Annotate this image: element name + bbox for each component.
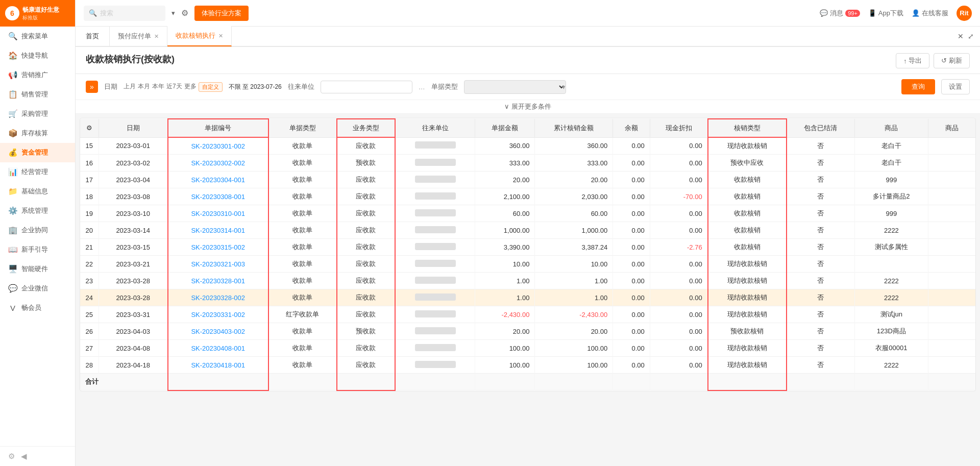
- sidebar-item-hardware[interactable]: 🖥️ 智能硬件: [0, 259, 75, 279]
- cell-date: 2023-03-15: [99, 239, 168, 256]
- cell-order-no: SK-20230408-001: [168, 340, 268, 357]
- sidebar-item-guide[interactable]: 📖 新手引导: [0, 240, 75, 259]
- collapse-icon[interactable]: ◀: [21, 452, 27, 461]
- cell-biz-type: 应收款: [337, 306, 395, 323]
- cell-amount: 10.00: [475, 256, 535, 273]
- refresh-button[interactable]: ↺ 刷新: [934, 53, 970, 68]
- order-no-link[interactable]: SK-20230408-001: [191, 345, 245, 352]
- cell-no: 19: [80, 205, 99, 222]
- date-this-month[interactable]: 本月: [138, 82, 150, 92]
- cell-amount: 333.00: [475, 155, 535, 171]
- receipts-execute-tab-close[interactable]: ✕: [218, 33, 223, 39]
- order-no-link[interactable]: SK-20230321-003: [191, 260, 245, 268]
- order-no-link[interactable]: SK-20230418-001: [191, 361, 245, 369]
- query-button[interactable]: 查询: [901, 79, 935, 94]
- sidebar-item-sales[interactable]: 📋 销售管理: [0, 85, 75, 104]
- tab-receipts-execute[interactable]: 收款核销执行 ✕: [167, 26, 232, 46]
- industry-solution-button[interactable]: 体验行业方案: [194, 6, 249, 21]
- col-header-discount: 现金折扣: [650, 119, 707, 137]
- order-no-link[interactable]: SK-20230315-002: [191, 243, 245, 251]
- date-more[interactable]: 更多: [184, 82, 197, 92]
- topbar-dropdown-arrow[interactable]: ▾: [172, 9, 175, 17]
- online-service-button[interactable]: 👤 在线客服: [912, 9, 948, 18]
- service-icon: 👤: [912, 9, 920, 17]
- export-icon: ↑: [903, 57, 907, 65]
- order-no-link[interactable]: SK-20230403-002: [191, 328, 245, 335]
- sidebar-item-search[interactable]: 🔍 搜索菜单: [0, 27, 75, 46]
- sidebar-item-quick-nav[interactable]: 🏠 快捷导航: [0, 46, 75, 65]
- order-no-link[interactable]: SK-20230304-001: [191, 176, 245, 184]
- cell-amount: 60.00: [475, 205, 535, 222]
- filter-toggle-button[interactable]: »: [86, 81, 98, 93]
- sidebar-item-basic[interactable]: 📁 基础信息: [0, 182, 75, 201]
- receipts-execute-tab-label: 收款核销执行: [176, 31, 215, 40]
- col-header-settings[interactable]: ⚙: [80, 119, 99, 137]
- sidebar-label-finance: 资金管理: [21, 148, 48, 157]
- tab-pre-payment[interactable]: 预付应付单 ✕: [110, 26, 167, 46]
- sidebar-item-system[interactable]: ⚙️ 系统管理: [0, 201, 75, 220]
- tab-home[interactable]: 首页: [76, 26, 110, 46]
- partner-filter-input[interactable]: [321, 81, 412, 93]
- cell-discount: 0.00: [650, 306, 707, 323]
- table-row: 27 2023-04-08 SK-20230408-001 收款单 应收款 10…: [80, 340, 975, 357]
- cell-date: 2023-03-28: [99, 289, 168, 306]
- cell-date: 2023-03-14: [99, 222, 168, 239]
- sidebar-item-member[interactable]: V 畅会员: [0, 298, 75, 317]
- user-avatar[interactable]: Rit: [957, 6, 972, 21]
- cell-date: 2023-03-28: [99, 273, 168, 289]
- sidebar-item-ops[interactable]: 📊 经营管理: [0, 162, 75, 182]
- sidebar-item-finance[interactable]: 💰 资金管理: [0, 143, 75, 162]
- date-last-7-days[interactable]: 近7天: [166, 82, 182, 92]
- order-no-link[interactable]: SK-20230314-001: [191, 227, 245, 234]
- order-no-link[interactable]: SK-20230331-002: [191, 311, 245, 318]
- expand-more-button[interactable]: ∨ 展开更多条件: [504, 102, 551, 111]
- message-button[interactable]: 💬 消息 99+: [820, 9, 860, 18]
- sidebar-item-marketing[interactable]: 📢 营销推广: [0, 65, 75, 85]
- cell-included: 否: [787, 306, 854, 323]
- cell-receipt-type: 收款单: [268, 340, 337, 357]
- date-prev-month[interactable]: 上月: [124, 82, 136, 92]
- order-no-link[interactable]: SK-20230328-002: [191, 294, 245, 302]
- date-this-year[interactable]: 本年: [152, 82, 164, 92]
- cell-no: 22: [80, 256, 99, 273]
- receipt-type-filter-select[interactable]: [464, 80, 566, 94]
- export-button[interactable]: ↑ 导出: [896, 53, 930, 68]
- app-download-button[interactable]: 📱 App下载: [868, 9, 903, 18]
- tab-maximize-icon[interactable]: ⤢: [968, 32, 974, 40]
- cell-goods1: 2222: [854, 222, 928, 239]
- cell-goods2: [928, 171, 975, 188]
- topbar-search-box[interactable]: 🔍 搜索: [84, 6, 165, 21]
- settings-footer-icon[interactable]: ⚙: [8, 452, 15, 461]
- sidebar-item-wechat[interactable]: 💬 企业微信: [0, 279, 75, 298]
- cell-date: 2023-03-31: [99, 306, 168, 323]
- cell-included: 否: [787, 222, 854, 239]
- cell-receipt-type: 收款单: [268, 357, 337, 374]
- message-label: 消息: [830, 9, 843, 18]
- cell-partner: [395, 306, 475, 323]
- pre-payment-tab-close[interactable]: ✕: [154, 33, 159, 40]
- cell-balance: 0.00: [613, 289, 650, 306]
- order-no-link[interactable]: SK-20230302-002: [191, 159, 245, 167]
- cell-goods2: [928, 137, 975, 155]
- cell-receipt-type: 红字收款单: [268, 306, 337, 323]
- topbar-gear[interactable]: ⚙: [181, 8, 188, 18]
- order-no-link[interactable]: SK-20230328-001: [191, 277, 245, 285]
- order-no-link[interactable]: SK-20230308-001: [191, 193, 245, 201]
- cell-receipt-type: 收款单: [268, 222, 337, 239]
- cell-goods1: 测试多属性: [854, 239, 928, 256]
- sidebar-item-corp[interactable]: 🏢 企业协同: [0, 220, 75, 240]
- cell-balance: 0.00: [613, 306, 650, 323]
- cell-no: 20: [80, 222, 99, 239]
- cell-order-no: SK-20230304-001: [168, 171, 268, 188]
- expand-label: 展开更多条件: [511, 103, 551, 110]
- tab-close-all-icon[interactable]: ✕: [958, 32, 964, 40]
- filter-settings-button[interactable]: 设置: [941, 79, 970, 94]
- order-no-link[interactable]: SK-20230310-001: [191, 210, 245, 217]
- order-no-link[interactable]: SK-20230301-002: [191, 142, 245, 150]
- date-custom-button[interactable]: 自定义: [199, 82, 223, 92]
- basic-icon: 📁: [8, 187, 17, 196]
- sidebar-label-marketing: 营销推广: [21, 70, 48, 80]
- sidebar-item-purchase[interactable]: 🛒 采购管理: [0, 104, 75, 124]
- sidebar-item-inventory[interactable]: 📦 库存核算: [0, 124, 75, 143]
- table-total-row: 合计: [80, 374, 975, 390]
